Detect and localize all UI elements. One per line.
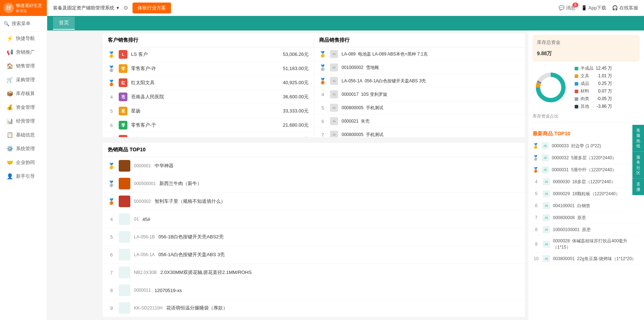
product-image (119, 213, 130, 225)
customer-name: 云扬 (131, 136, 282, 137)
table-row: 🥉 红 红太阳文具 40,925.00元 (103, 76, 314, 90)
customer-ranking-title: 客户销售排行 (108, 37, 138, 44)
sidebar-item-inventory[interactable]: 📦 库存核算 (0, 87, 47, 100)
search-input[interactable]: 🔍 搜索菜单 (4, 19, 43, 28)
product-name: 12070519-xs (155, 288, 182, 293)
purchase-icon: 🛒 (7, 77, 13, 83)
product-image (119, 267, 130, 278)
sidebar-item-marketing[interactable]: 📢 营销推广 (0, 45, 47, 59)
rank-number: 7 (108, 270, 115, 275)
rank-number: 4 (108, 94, 115, 100)
rank-number: 9 (108, 305, 115, 311)
headset-icon: 🎧 (612, 5, 618, 11)
legend-value: 1.01 万 (598, 73, 612, 79)
customer-name: 红太阳文具 (131, 79, 279, 86)
live-stream-button[interactable]: 直播 (632, 179, 644, 195)
sidebar-item-basic-info[interactable]: 📋 基础信息 (0, 128, 47, 142)
legend-color (575, 74, 578, 78)
messages-button[interactable]: 💬 消息 6 (559, 5, 575, 11)
customer-amount: 33,333.00元 (283, 108, 309, 114)
product-image (119, 249, 130, 260)
product-thumbnail: Ai (543, 178, 550, 185)
list-item: 8 0000011 12070519-xs (103, 282, 525, 299)
table-row: 6 Ai 0000021 夹壳 (314, 115, 525, 128)
tab-home[interactable]: 首页 (53, 17, 75, 30)
avatar: 零 (119, 121, 127, 130)
table-row: 🥉 Ai LA-056-1A 056-1A白色按键开关盖ABS 3壳 (314, 74, 525, 88)
customer-amount: 21,680.00元 (283, 122, 309, 128)
rank-number: 5 (108, 108, 115, 114)
content-area: 客户销售排行 🥇 L LS 客户 53,006.26元 🥈 零 零售客户-许 (47, 30, 644, 320)
basic-info-icon: 📋 (7, 132, 13, 138)
sidebar-item-system[interactable]: ⚙️ 系统管理 (0, 142, 47, 156)
sidebar-item-purchase[interactable]: 🛒 采购管理 (0, 73, 47, 87)
sales-icon: 🏠 (7, 63, 13, 69)
service-community-button[interactable]: 服务社区 (632, 152, 644, 179)
rank-number: 7 (108, 137, 115, 138)
product-info: 0000031 5厘中纤（1220*2440） (552, 167, 640, 173)
customer-name: 零售客户-于 (131, 122, 279, 128)
product-name: 新西兰牛肉（新牛） (159, 180, 202, 187)
product-code: 0000011 (134, 288, 151, 293)
medal-icon: 🥈 (108, 65, 115, 72)
product-thumbnail: Ai (542, 142, 549, 149)
rank-number: 5 (108, 234, 115, 240)
settings-icon[interactable]: ⚙ (123, 5, 128, 11)
list-item: 🥈 000500001 新西兰牛肉（新牛） (103, 175, 525, 193)
legend-label: 材料 (580, 88, 596, 94)
table-row: 7 Ai 000800005 手机测试 (314, 128, 525, 137)
sidebar-item-finance[interactable]: 💰 资金管理 (0, 100, 47, 114)
rank-number: 6 (108, 252, 115, 258)
trial-button[interactable]: 体验行业方案 (133, 3, 171, 13)
product-info: 0000017 10S 变刹罗旋 (342, 91, 387, 98)
rank-number: 8 (108, 288, 115, 293)
table-row: 6 零 零售客户-于 21,680.00元 (103, 118, 314, 132)
product-image (119, 231, 130, 243)
finance-icon: 💰 (7, 104, 13, 111)
sidebar-item-operations[interactable]: 📊 经营管理 (0, 114, 47, 128)
product-thumbnail: Ai (330, 90, 338, 98)
product-thumbnail: Ai (330, 131, 338, 137)
customer-ranking: 客户销售排行 🥇 L LS 客户 53,006.26元 🥈 零 零售客户-许 (103, 33, 314, 137)
product-thumbnail: Ai (543, 255, 550, 262)
product-thumbnail: Ai (543, 226, 550, 233)
list-item: 5 LA-056-1B 056-1B白色按键开关壳ABS2壳 (103, 228, 525, 246)
product-info: 0000032 5厘多层（1220*2440） (552, 155, 640, 161)
right-panel: 库存总资金 9.88万 (528, 30, 644, 320)
medal-icon: 🥈 (533, 155, 539, 161)
list-item: 9 Ai 0000028 体碱荔枝味苏打饮品400毫升（1*15） (533, 236, 640, 253)
sidebar-item-sales[interactable]: 🏠 销售管理 (0, 59, 47, 73)
legend-item-stationery: 文具 1.01 万 (575, 73, 612, 79)
product-thumbnail: Ai (543, 214, 550, 221)
list-item: 🥉 0000002 智利车子里（规格不知道填什么） (103, 193, 525, 210)
sidebar-item-enterprise[interactable]: 🤝 企业协同 (0, 156, 47, 169)
online-service-button[interactable]: 🎧 在线客服 (612, 5, 638, 11)
list-item: 6 Ai 004100001 白钢垫 (533, 200, 640, 212)
product-name: 中华神器 (155, 163, 174, 169)
product-thumbnail: Ai (330, 77, 338, 85)
customer-amount: 40,925.00元 (283, 79, 309, 86)
table-row: 5 Ai 000800005 手机测试 (314, 101, 525, 115)
customer-service-button[interactable]: 客服热线 (632, 125, 644, 152)
rank-number: 6 (533, 203, 540, 208)
system-selector[interactable]: 装备及固定资产辅助管理系统 ▾ (53, 5, 119, 11)
app-download-button[interactable]: 📱 App下载 (581, 5, 606, 11)
product-image (119, 302, 130, 314)
medal-icon: 🥇 (319, 51, 326, 58)
sidebar-item-quick-nav[interactable]: ⚡ 快捷导航 (0, 32, 47, 45)
product-info: 0000033 封边带 (1.0*22) (552, 143, 640, 149)
sidebar-item-newbie[interactable]: 👤 新手引导 (0, 169, 47, 183)
medal-icon: 🥇 (108, 51, 115, 58)
phone-icon: 📱 (581, 5, 587, 11)
customer-amount: 36,600.00元 (283, 94, 309, 100)
product-info: 001000002 雪地靴 (342, 65, 379, 71)
product-thumbnail: Ai (330, 63, 338, 71)
legend-item-meat: 肉类 -0.05 万 (575, 96, 612, 102)
avatar: 零 (119, 64, 127, 73)
floating-service-buttons: 客服热线 服务社区 直播 (632, 125, 644, 195)
sidebar-nav: ⚡ 快捷导航 📢 营销推广 🏠 销售管理 🛒 采购管理 📦 库存核算 💰 资金管… (0, 32, 47, 320)
search-menu-btn[interactable]: 🔍 搜索菜单 (0, 16, 47, 32)
newbie-icon: 👤 (7, 173, 13, 180)
product-code: 000500001 (134, 181, 156, 186)
table-row: 4 苍 苍南县人民医院 36,600.00元 (103, 90, 314, 104)
